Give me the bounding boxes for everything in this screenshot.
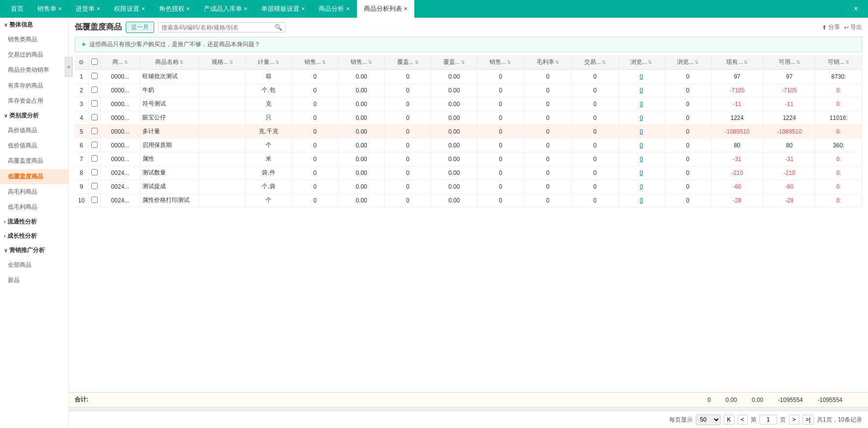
row-checkbox-cell[interactable] <box>88 152 100 166</box>
row-checkbox[interactable] <box>91 100 98 107</box>
row-checkbox-cell[interactable] <box>88 139 100 152</box>
next-page-button[interactable]: > <box>789 415 799 425</box>
row-spec <box>199 139 245 152</box>
settings-icon[interactable]: ⚙ <box>79 59 84 66</box>
row-browse1[interactable]: 0 <box>618 97 664 111</box>
sidebar-item-category-rate[interactable]: 商品分类动销率 <box>0 62 68 78</box>
nav-permission[interactable]: 权限设置 × <box>107 0 152 18</box>
col-sale-amt[interactable]: 销售...⇅ <box>338 55 384 70</box>
content-header: 低覆盖度商品 近一月 🔍 ⬆ 分享 ↩ 导出 <box>69 22 868 37</box>
row-checkbox[interactable] <box>91 73 98 79</box>
row-browse1[interactable]: 0 <box>618 194 664 207</box>
col-browse1[interactable]: 浏览...⇅ <box>618 55 664 70</box>
share-button[interactable]: ⬆ 分享 <box>822 23 840 31</box>
row-checkbox[interactable] <box>91 183 98 189</box>
row-checkbox-cell[interactable] <box>88 97 100 111</box>
last-page-button[interactable]: >| <box>802 415 814 425</box>
sidebar-section-marketing[interactable]: ∨ 营销推广分析 <box>0 243 68 257</box>
col-trade[interactable]: 交易...⇅ <box>572 55 618 70</box>
sidebar-item-high-coverage[interactable]: 高覆盖度商品 <box>0 153 68 169</box>
row-checkbox-cell[interactable] <box>88 180 100 194</box>
row-browse1[interactable]: 0 <box>618 139 664 152</box>
prev-page-button[interactable]: < <box>737 415 748 425</box>
sidebar-item-sales-goods[interactable]: 销售类商品 <box>0 32 68 47</box>
first-page-button[interactable]: K <box>724 415 734 425</box>
nav-sales[interactable]: 销售单 × <box>30 0 69 18</box>
row-browse1[interactable]: 0 <box>618 111 664 125</box>
sidebar-section-overall[interactable]: ∨ 整体信息 <box>0 18 68 32</box>
row-checkbox[interactable] <box>91 169 98 175</box>
nav-home[interactable]: 首页 <box>4 0 30 18</box>
sidebar-section-growth[interactable]: › 成长性分析 <box>0 229 68 243</box>
row-checkbox-cell[interactable] <box>88 125 100 139</box>
col-cover1[interactable]: 覆盖...⇅ <box>384 55 431 70</box>
col-settings[interactable]: ⚙ <box>75 55 88 70</box>
search-input[interactable] <box>162 24 274 31</box>
sidebar-section-category[interactable]: ∨ 类别度分析 <box>0 109 68 123</box>
row-code: 0024... <box>100 180 140 194</box>
row-checkbox-cell[interactable] <box>88 166 100 180</box>
sidebar-item-new-goods[interactable]: 新品 <box>0 273 68 288</box>
row-name: 测试提成 <box>140 180 199 194</box>
sidebar-section-liquidity[interactable]: › 流通性分析 <box>0 215 68 229</box>
col-stock1[interactable]: 现有...⇅ <box>711 55 763 70</box>
col-sale-qty[interactable]: 销售...⇅ <box>292 55 338 70</box>
sidebar-item-low-value[interactable]: 低价值商品 <box>0 138 68 153</box>
row-checkbox-cell[interactable] <box>88 70 100 84</box>
nav-purchase[interactable]: 进货单 × <box>69 0 107 18</box>
row-checkbox[interactable] <box>91 114 98 120</box>
sidebar-item-traded-goods[interactable]: 交易过的商品 <box>0 47 68 62</box>
nav-role[interactable]: 角色授权 × <box>152 0 197 18</box>
row-checkbox-cell[interactable] <box>88 111 100 125</box>
arrow-icon-5: ∨ <box>4 248 7 253</box>
row-browse1[interactable]: 0 <box>618 84 664 97</box>
row-browse1[interactable]: 0 <box>618 166 664 180</box>
search-box[interactable]: 🔍 <box>158 22 286 32</box>
col-browse2[interactable]: 浏览...⇅ <box>665 55 711 70</box>
sidebar-item-high-value[interactable]: 高价值商品 <box>0 123 68 138</box>
row-checkbox[interactable] <box>91 128 98 134</box>
sidebar-item-high-margin[interactable]: 高毛利商品 <box>0 184 68 200</box>
row-checkbox[interactable] <box>91 197 98 203</box>
export-button[interactable]: ↩ 导出 <box>844 23 862 31</box>
col-stock3[interactable]: 可销...⇅ <box>815 55 862 70</box>
sidebar-item-stock-capital[interactable]: 库存资金占用 <box>0 93 68 109</box>
col-sale3[interactable]: 销售...⇅ <box>477 55 523 70</box>
col-name[interactable]: 商品名称⇅ <box>140 55 199 70</box>
row-checkbox[interactable] <box>91 142 98 148</box>
scrollbar-track[interactable] <box>69 407 868 411</box>
col-unit[interactable]: 计量...⇅ <box>245 55 292 70</box>
col-spec[interactable]: 规格...⇅ <box>199 55 245 70</box>
row-checkbox-cell[interactable] <box>88 194 100 207</box>
row-browse1[interactable]: 0 <box>618 125 664 139</box>
sidebar-item-all-goods[interactable]: 全部商品 <box>0 257 68 273</box>
sidebar-item-stocked-goods[interactable]: 有库存的商品 <box>0 78 68 93</box>
sidebar-item-low-coverage[interactable]: 低覆盖度商品 <box>0 169 68 184</box>
nav-template[interactable]: 单据模板设置 × <box>254 0 312 18</box>
row-browse1[interactable]: 0 <box>618 70 664 84</box>
row-trade: 0 <box>572 84 618 97</box>
select-all-checkbox[interactable] <box>91 58 98 65</box>
per-page-select[interactable]: 50 20 100 <box>696 414 721 425</box>
row-checkbox[interactable] <box>91 86 98 93</box>
row-browse1[interactable]: 0 <box>618 180 664 194</box>
row-checkbox-cell[interactable] <box>88 84 100 97</box>
col-checkbox[interactable] <box>88 55 100 70</box>
nav-stock[interactable]: 产成品入库单 × <box>197 0 254 18</box>
row-browse2: 0 <box>665 180 711 194</box>
row-cover2: 0.00 <box>431 139 477 152</box>
nav-analysis[interactable]: 商品分析 × <box>312 0 356 18</box>
table-container: ⚙ 商...⇅ 商品名称⇅ 规格...⇅ 计量...⇅ 销售...⇅ 销售...… <box>69 55 868 392</box>
nav-analysis-list[interactable]: 商品分析列表 × <box>357 0 414 18</box>
row-checkbox[interactable] <box>91 155 98 162</box>
page-input[interactable] <box>760 415 777 425</box>
close-button[interactable]: × <box>848 0 864 18</box>
col-code[interactable]: 商...⇅ <box>100 55 140 70</box>
col-stock2[interactable]: 可用...⇅ <box>763 55 815 70</box>
sidebar-collapse-button[interactable]: « <box>65 57 73 77</box>
col-margin[interactable]: 毛利率⇅ <box>524 55 572 70</box>
col-cover2[interactable]: 覆盖...⇅ <box>431 55 477 70</box>
sidebar-item-low-margin[interactable]: 低毛利商品 <box>0 200 68 215</box>
filter-button[interactable]: 近一月 <box>126 22 154 33</box>
row-browse1[interactable]: 0 <box>618 152 664 166</box>
